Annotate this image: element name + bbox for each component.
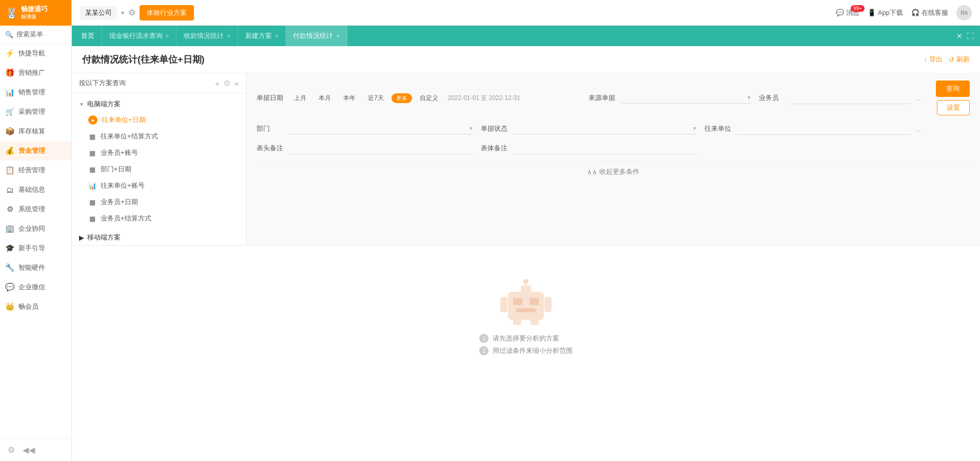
sidebar-item-business[interactable]: 📋 经营管理: [0, 161, 71, 180]
sidebar-item-system[interactable]: ⚙ 系统管理: [0, 199, 71, 219]
app-download-btn[interactable]: 📱 App下载: [868, 8, 903, 17]
scheme-item-staff-account[interactable]: ▦ 业务员+账号: [72, 145, 246, 161]
source-field: 来源单据 ▾: [589, 92, 751, 104]
quick-nav-label: 快捷导航: [18, 49, 45, 58]
company-name: 某某公司: [80, 6, 117, 19]
scheme-item-unit-date-label: 往来单位+日期: [102, 115, 146, 125]
date-btn-7days[interactable]: 近7天: [363, 92, 388, 104]
user-avatar[interactable]: Rit: [956, 5, 972, 21]
source-label: 来源单据: [589, 93, 617, 103]
mobile-group-arrow-icon: ▶: [79, 234, 84, 242]
partner-input[interactable]: [737, 123, 911, 135]
date-btn-this-month[interactable]: 本月: [314, 92, 336, 104]
sidebar-search[interactable]: 🔍 搜索菜单: [0, 26, 71, 44]
table-body-note-field: 表体备注: [481, 142, 697, 154]
online-service-btn[interactable]: 🎧 在线客服: [911, 8, 948, 17]
sidebar-item-marketing[interactable]: 🎁 营销推广: [0, 63, 71, 83]
scheme-mobile-group-title[interactable]: ▶ 移动端方案: [72, 230, 246, 245]
tab-payment-stat[interactable]: 付款情况统计 ×: [286, 26, 347, 46]
sales-label: 销售管理: [18, 88, 45, 97]
user-name: Rit: [961, 10, 967, 16]
dept-select[interactable]: ▾: [289, 123, 473, 134]
sidebar-item-weixin[interactable]: 💬 企业微信: [0, 277, 71, 297]
trial-btn[interactable]: 体验行业方案: [140, 5, 194, 21]
scheme-item-table-icon-1: ▦: [88, 132, 96, 141]
tabbar-actions: ✕ ⛶: [952, 26, 978, 46]
table-header-note-label: 表头备注: [257, 144, 285, 153]
scheme-item-staff-payment[interactable]: ▦ 业务员+结算方式: [72, 210, 246, 227]
message-btn[interactable]: 💬 消息 99+: [836, 8, 859, 17]
content-area: 付款情况统计(往来单位+日期) ↑ 导出 ↺ 刷新 按以下方案查询 +: [72, 46, 980, 461]
sidebar-item-member[interactable]: 👑 畅会员: [0, 297, 71, 316]
sidebar-settings-icon[interactable]: ⚙: [5, 444, 17, 456]
weixin-label: 企业微信: [18, 283, 45, 292]
tab-home-label: 首页: [81, 31, 94, 41]
sidebar-item-inventory[interactable]: 📦 库存核算: [0, 122, 71, 141]
topbar-chevron-icon[interactable]: ▾: [121, 9, 124, 16]
sidebar-item-hardware[interactable]: 🔧 智能硬件: [0, 258, 71, 277]
settings-btn[interactable]: 设置: [937, 100, 970, 115]
tab-receipt-stat-close[interactable]: ×: [227, 33, 230, 39]
sidebar-item-basic[interactable]: 🗂 基础信息: [0, 180, 71, 199]
refresh-btn[interactable]: ↺ 刷新: [949, 55, 970, 64]
date-btn-last-month[interactable]: 上月: [289, 92, 311, 104]
scheme-item-unit-account-label: 往来单位+账号: [101, 181, 145, 190]
table-header-note-field: 表头备注: [257, 142, 473, 154]
export-btn[interactable]: ↑ 导出: [924, 55, 943, 64]
tip-text-1: 请先选择要分析的方案: [493, 334, 559, 343]
enterprise-label: 企业协同: [18, 224, 45, 233]
member-label: 畅会员: [18, 302, 38, 311]
scheme-pc-group-title[interactable]: ▼ 电脑端方案: [72, 96, 246, 112]
tab-new-scheme[interactable]: 新建方案 ×: [238, 26, 286, 46]
sidebar-item-capital[interactable]: 💰 资金管理: [0, 141, 71, 161]
tab-bank-flow-close[interactable]: ×: [166, 33, 169, 39]
sidebar-item-sales[interactable]: 📊 销售管理: [0, 83, 71, 102]
sidebar-item-guide[interactable]: 🎓 新手引导: [0, 238, 71, 258]
tab-close-all-icon[interactable]: ✕: [956, 32, 963, 40]
tab-new-scheme-close[interactable]: ×: [275, 33, 278, 39]
date-btn-more[interactable]: 更多: [391, 93, 412, 103]
sidebar-collapse-icon[interactable]: ◀◀: [23, 444, 35, 456]
scheme-add-icon[interactable]: +: [215, 79, 220, 88]
scheme-item-unit-payment[interactable]: ▦ 往来单位+结算方式: [72, 128, 246, 145]
scheme-item-unit-account[interactable]: 📊 往来单位+账号: [72, 177, 246, 194]
scheme-item-dept-date[interactable]: ▦ 部门+日期: [72, 161, 246, 177]
query-panel: 单据日期 上月 本月 本年 近7天 更多 自定义 2022-01-01 至 20…: [246, 73, 980, 245]
partner-label: 往来单位: [704, 124, 733, 133]
sidebar-item-purchase[interactable]: 🛒 采购管理: [0, 102, 71, 122]
topbar: 某某公司 ▾ ⚙ 体验行业方案 💬 消息 99+ 📱 App下载 🎧 在线客服 …: [72, 0, 980, 26]
guide-label: 新手引导: [18, 244, 45, 253]
inventory-icon: 📦: [5, 127, 14, 136]
collapse-more-btn[interactable]: ∧∧ 收起更多条件: [587, 167, 639, 176]
scheme-settings-icon[interactable]: ⊙: [224, 78, 230, 88]
tab-receipt-stat[interactable]: 收款情况统计 ×: [177, 26, 238, 46]
capital-label: 资金管理: [18, 146, 45, 155]
voucher-status-select[interactable]: ▾: [514, 123, 697, 134]
staff-input[interactable]: [792, 92, 911, 104]
scheme-item-staff-date[interactable]: ▦ 业务员+日期: [72, 194, 246, 210]
scheme-item-staff-account-label: 业务员+账号: [101, 148, 138, 157]
topbar-gear-icon[interactable]: ⚙: [128, 8, 135, 17]
sidebar-item-quick-nav[interactable]: ⚡ 快捷导航: [0, 44, 71, 63]
table-header-note-input[interactable]: [289, 142, 473, 154]
tab-home[interactable]: 首页: [74, 26, 102, 46]
page-title: 付款情况统计(往来单位+日期): [82, 53, 205, 66]
sidebar-item-enterprise[interactable]: 🏢 企业协同: [0, 219, 71, 238]
tab-expand-icon[interactable]: ⛶: [967, 32, 974, 40]
staff-label: 业务员: [759, 93, 788, 103]
query-btn[interactable]: 查询: [936, 81, 970, 97]
source-select[interactable]: ▾: [621, 92, 751, 104]
tab-payment-stat-close[interactable]: ×: [336, 33, 339, 39]
date-btn-custom[interactable]: 自定义: [415, 92, 443, 104]
date-range-display: 2022-01-01 至 2022-12-31: [448, 94, 520, 103]
svg-point-6: [523, 279, 528, 284]
scheme-item-unit-date[interactable]: ● 往来单位+日期: [72, 112, 246, 128]
table-body-note-input[interactable]: [514, 142, 697, 154]
scheme-collapse-icon[interactable]: «: [234, 79, 239, 88]
tab-bank-flow[interactable]: 现金银行流水查询 ×: [102, 26, 177, 46]
partner-ellipsis[interactable]: ...: [915, 125, 920, 133]
date-btn-this-year[interactable]: 本年: [339, 92, 360, 104]
staff-ellipsis[interactable]: ...: [915, 94, 920, 102]
scheme-panel-icons: + ⊙ «: [215, 78, 239, 88]
tabbar: 首页 现金银行流水查询 × 收款情况统计 × 新建方案 × 付款情况统计 × ✕…: [72, 26, 980, 46]
